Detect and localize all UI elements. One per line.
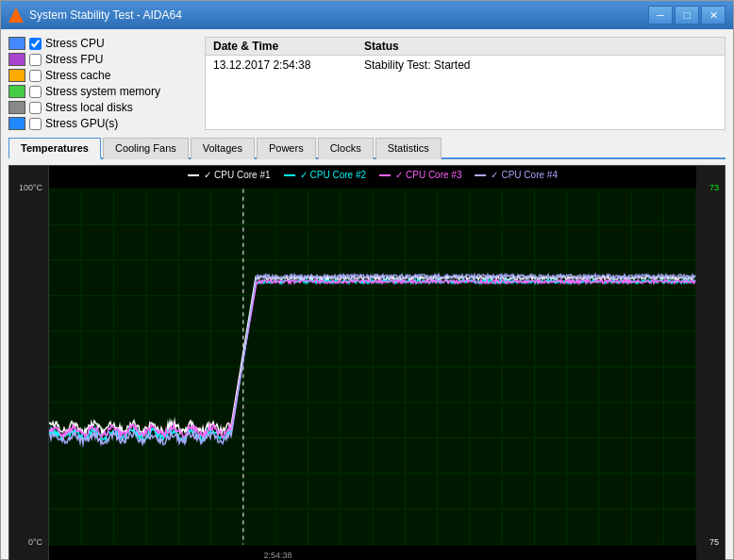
tab-clocks[interactable]: Clocks (318, 138, 374, 159)
app-icon (8, 8, 24, 23)
status-table: Date & Time Status 13.12.2017 2:54:38 St… (205, 37, 726, 130)
label-stress-cache: Stress cache (45, 69, 110, 82)
status-text: Stability Test: Started (364, 58, 717, 72)
y-min-label: 0°C (11, 537, 46, 547)
tab-statistics[interactable]: Statistics (375, 138, 442, 159)
stress-options: Stress CPUStress FPUStress cacheStress s… (8, 37, 197, 130)
window-title: System Stability Test - AIDA64 (29, 8, 648, 22)
y-max-label: 100°C (11, 183, 46, 192)
tab-voltages[interactable]: Voltages (191, 138, 255, 159)
col-datetime-header: Date & Time (213, 40, 364, 53)
checkbox-stress-mem[interactable] (29, 86, 42, 98)
title-bar: System Stability Test - AIDA64 ─ □ ✕ (1, 1, 733, 29)
top-chart-canvas (9, 166, 725, 560)
chart-legend: ✓ CPU Core #1 ✓ CPU Core #2 ✓ CPU Core #… (49, 170, 696, 180)
checkbox-stress-cache[interactable] (29, 70, 42, 82)
y-axis-left-top: 100°C 0°C (9, 166, 49, 560)
tab-bar: TemperaturesCooling FansVoltagesPowersCl… (8, 136, 726, 159)
checkbox-row-stress-mem: Stress system memory (8, 85, 197, 98)
tab-powers[interactable]: Powers (257, 138, 316, 159)
core4-val: 75 (700, 537, 723, 547)
checkbox-row-stress-fpu: Stress FPU (8, 53, 197, 66)
legend-core1: ✓ CPU Core #1 (188, 170, 270, 180)
label-stress-local: Stress local disks (45, 101, 133, 114)
tab-temperatures[interactable]: Temperatures (8, 138, 101, 159)
checkbox-stress-fpu[interactable] (29, 54, 42, 66)
checkbox-stress-local[interactable] (29, 102, 42, 114)
y-axis-right-top: 73 75 (696, 166, 725, 560)
fpu-icon (8, 53, 25, 66)
gpu-icon (8, 117, 25, 130)
checkbox-row-stress-gpu: Stress GPU(s) (8, 117, 197, 130)
checkbox-stress-gpu[interactable] (29, 118, 42, 130)
cpu-icon (8, 37, 25, 50)
legend-core4: ✓ CPU Core #4 (475, 170, 557, 180)
tabs-section: TemperaturesCooling FansVoltagesPowersCl… (8, 136, 726, 159)
main-window: System Stability Test - AIDA64 ─ □ ✕ Str… (0, 0, 734, 560)
col-status-header: Status (364, 40, 717, 53)
tab-cooling-fans[interactable]: Cooling Fans (103, 138, 189, 159)
status-row-1: 13.12.2017 2:54:38 Stability Test: Start… (206, 56, 725, 74)
temperature-chart: 100°C 0°C 73 75 ✓ CPU Core #1 ✓ (8, 165, 726, 560)
label-stress-cpu: Stress CPU (45, 37, 105, 50)
legend-core3: ✓ CPU Core #3 (379, 170, 461, 180)
time-label-top: 2:54:38 (263, 551, 292, 560)
legend-core2: ✓ CPU Core #2 (284, 170, 366, 180)
label-stress-mem: Stress system memory (45, 85, 160, 98)
checkbox-row-stress-cpu: Stress CPU (8, 37, 197, 50)
disk-icon (8, 101, 25, 114)
charts-section: 100°C 0°C 73 75 ✓ CPU Core #1 ✓ (8, 165, 726, 560)
core3-val: 73 (700, 183, 723, 192)
top-section: Stress CPUStress FPUStress cacheStress s… (8, 37, 726, 130)
label-stress-gpu: Stress GPU(s) (45, 117, 118, 130)
window-controls: ─ □ ✕ (648, 6, 726, 25)
checkbox-row-stress-local: Stress local disks (8, 101, 197, 114)
status-datetime: 13.12.2017 2:54:38 (213, 58, 364, 72)
minimize-button[interactable]: ─ (648, 6, 673, 25)
cache-icon (8, 69, 25, 82)
label-stress-fpu: Stress FPU (45, 53, 103, 66)
close-window-button[interactable]: ✕ (701, 6, 726, 25)
checkbox-stress-cpu[interactable] (29, 38, 42, 50)
mem-icon (8, 85, 25, 98)
status-table-header: Date & Time Status (206, 38, 725, 56)
maximize-button[interactable]: □ (675, 6, 699, 25)
checkbox-row-stress-cache: Stress cache (8, 69, 197, 82)
